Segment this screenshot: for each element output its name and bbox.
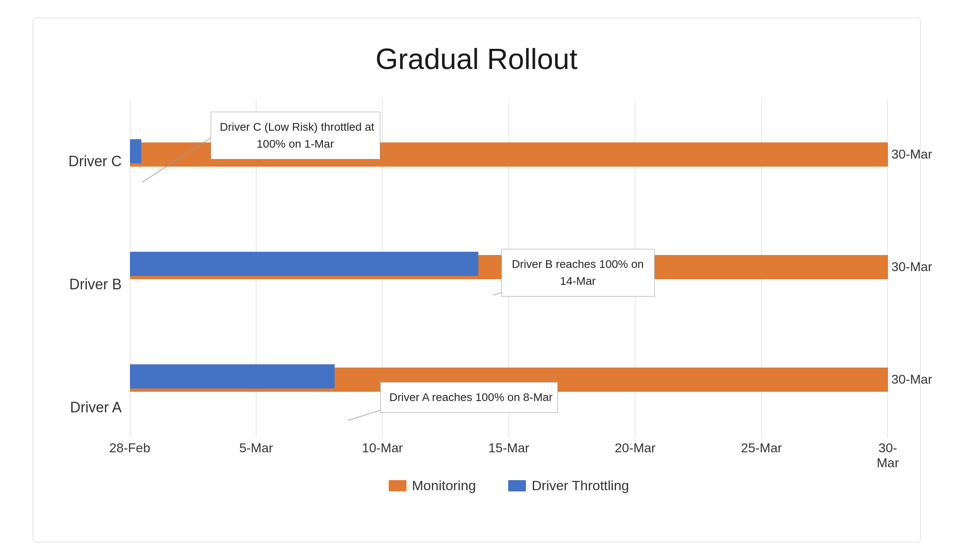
bar-blue-b (130, 252, 479, 276)
legend-item-monitoring: Monitoring (389, 478, 476, 493)
chart-container: Gradual Rollout Driver C Driver B Driver… (33, 18, 921, 542)
chart-title: Gradual Rollout (65, 42, 888, 75)
date-label-c: 30-Mar (891, 142, 932, 167)
x-label-25mar: 25-Mar (741, 441, 782, 456)
grid-and-bars: 30-Mar 30-Mar (130, 100, 888, 462)
y-label-driver-b: Driver B (65, 276, 130, 293)
legend-monitoring-label: Monitoring (412, 478, 476, 493)
date-label-a: 30-Mar (891, 368, 932, 392)
legend-item-throttling: Driver Throttling (508, 478, 629, 493)
legend-box-orange (389, 480, 406, 491)
x-label-15mar: 15-Mar (488, 441, 529, 456)
x-label-10mar: 10-Mar (362, 441, 403, 456)
x-label-5mar: 5-Mar (239, 441, 273, 456)
x-label-28feb: 28-Feb (109, 441, 150, 456)
chart-body: Driver C Driver B Driver A (65, 100, 888, 493)
callout-driver-a: Driver A reaches 100% on 8-Mar (380, 382, 558, 413)
x-label-20mar: 20-Mar (615, 441, 656, 456)
x-axis: 28-Feb 5-Mar 10-Mar 15-Mar 20-Mar 25-Mar… (130, 437, 888, 462)
bar-blue-a (130, 364, 335, 389)
callout-driver-b: Driver B reaches 100% on14-Mar (501, 249, 655, 297)
legend-box-blue (508, 480, 526, 491)
y-axis-labels: Driver C Driver B Driver A (65, 100, 130, 493)
callout-driver-c: Driver C (Low Risk) throttled at100% on … (211, 112, 380, 159)
chart-plot-area: 30-Mar 30-Mar (130, 100, 888, 493)
date-label-b: 30-Mar (891, 255, 932, 279)
x-label-30mar: 30-Mar (877, 441, 899, 470)
legend-throttling-label: Driver Throttling (532, 478, 629, 493)
y-label-driver-a: Driver A (65, 399, 130, 416)
legend: Monitoring Driver Throttling (130, 478, 888, 493)
bar-blue-c (130, 139, 141, 163)
y-label-driver-c: Driver C (65, 153, 130, 170)
